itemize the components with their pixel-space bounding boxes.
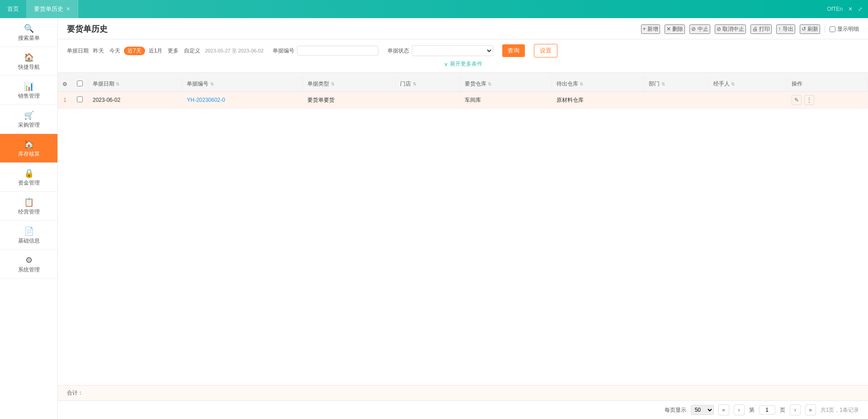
date-btn-yesterday[interactable]: 昨天 <box>91 47 106 55</box>
expand-more-btn[interactable]: ∨ 展开更多条件 <box>67 60 859 68</box>
action-more-icon[interactable]: ⋮ <box>804 95 814 105</box>
th-department-label: 部门 <box>649 81 660 87</box>
finance-icon: 🔒 <box>24 169 34 177</box>
sidebar-item-base[interactable]: 📄 基础信息 <box>0 221 57 250</box>
tab-home-label: 首页 <box>7 5 19 13</box>
total-info: 共1页，1条记录 <box>821 406 859 414</box>
th-action: 操作 <box>787 76 868 92</box>
sidebar-item-quicknav[interactable]: 🏠 快捷导航 <box>0 47 57 76</box>
row-checkbox-cell <box>72 92 88 109</box>
doc-no-link[interactable]: YH-20230602-0 <box>187 97 225 103</box>
page-first-btn[interactable]: « <box>718 405 729 415</box>
tab-close-icon[interactable]: ✕ <box>66 6 71 12</box>
sidebar-item-system[interactable]: ⚙ 系统管理 <box>0 250 57 279</box>
cart-icon: 🛒 <box>24 111 34 119</box>
date-btn-custom[interactable]: 自定义 <box>182 47 202 55</box>
th-handler-label: 经手人 <box>713 81 730 87</box>
inventory-icon: 🏠 <box>24 140 34 148</box>
sidebar-item-purchase[interactable]: 🛒 采购管理 <box>0 105 57 134</box>
table-row: 1 2023-06-02 YH-20230602-0 要货单要货 车间库 原材料… <box>58 92 868 109</box>
table-area: ⚙ 单据日期 ⇅ 单据编号 ⇅ 单据类型 ⇅ 门店 ⇅ 要货仓库 ⇅ 待出仓库 … <box>58 76 868 385</box>
page-title: 要货单历史 <box>67 24 108 34</box>
sidebar-item-search[interactable]: 🔍 搜索菜单 <box>0 18 57 47</box>
sidebar: 🔍 搜索菜单 🏠 快捷导航 📊 销售管理 🛒 采购管理 🏠 库存核算 🔒 资金管… <box>0 18 58 419</box>
per-page-select[interactable]: 50 20 100 <box>691 405 714 415</box>
row-store <box>396 92 460 109</box>
page-prev-btn[interactable]: ‹ <box>734 405 745 415</box>
th-settings[interactable]: ⚙ <box>58 76 72 92</box>
sort-icon-handler: ⇅ <box>731 81 735 86</box>
th-checkbox[interactable] <box>72 76 88 92</box>
th-doc-no[interactable]: 单据编号 ⇅ <box>182 76 303 92</box>
sort-icon-doc-no: ⇅ <box>210 81 214 86</box>
date-btn-more[interactable]: 更多 <box>166 47 180 55</box>
table-head: ⚙ 单据日期 ⇅ 单据编号 ⇅ 单据类型 ⇅ 门店 ⇅ 要货仓库 ⇅ 待出仓库 … <box>58 76 868 92</box>
row-checkbox[interactable] <box>77 96 83 102</box>
new-button[interactable]: + 新增 <box>641 24 660 34</box>
th-handler[interactable]: 经手人 ⇅ <box>708 76 787 92</box>
system-icon: ⚙ <box>25 256 33 264</box>
row-pending-warehouse: 原材料仓库 <box>552 92 644 109</box>
th-doc-date-label: 单据日期 <box>93 81 114 87</box>
sidebar-item-finance-label: 资金管理 <box>18 179 40 187</box>
operation-icon: 📋 <box>24 198 34 206</box>
page-header: 要货单历史 + 新增 ✕ 删除 ⊘ 中止 ⊘ 取消中止 🖨 打印 ↑ 导出 ↺ … <box>58 18 868 39</box>
refresh-button[interactable]: ↺ 刷新 <box>800 24 820 34</box>
doc-no-input[interactable] <box>297 46 378 56</box>
th-doc-type-label: 单据类型 <box>307 81 329 87</box>
sidebar-item-operation[interactable]: 📋 经营管理 <box>0 192 57 221</box>
content-area: 要货单历史 + 新增 ✕ 删除 ⊘ 中止 ⊘ 取消中止 🖨 打印 ↑ 导出 ↺ … <box>58 18 868 419</box>
tab-yaohuo[interactable]: 要货单历史 ✕ <box>27 0 78 18</box>
sidebar-item-sales-label: 销售管理 <box>18 92 40 100</box>
sidebar-item-finance[interactable]: 🔒 资金管理 <box>0 163 57 192</box>
export-button[interactable]: ↑ 导出 <box>776 24 795 34</box>
show-detail-checkbox[interactable] <box>830 26 835 32</box>
query-button[interactable]: 查询 <box>502 44 525 57</box>
row-doc-no[interactable]: YH-20230602-0 <box>182 92 303 109</box>
doc-status-select[interactable] <box>412 45 493 56</box>
tab-home[interactable]: 首页 <box>0 0 27 18</box>
row-req-warehouse: 车间库 <box>460 92 552 109</box>
sidebar-item-inventory[interactable]: 🏠 库存核算 <box>0 134 57 163</box>
th-store[interactable]: 门店 ⇅ <box>396 76 460 92</box>
top-bar: 首页 要货单历史 ✕ OfTEn ✕ ⤢ <box>0 0 868 18</box>
date-btn-today[interactable]: 今天 <box>108 47 122 55</box>
sidebar-item-base-label: 基础信息 <box>18 237 40 245</box>
row-actions: ✎ ⋮ <box>787 92 868 109</box>
cancel-stop-button[interactable]: ⊘ 取消中止 <box>715 24 746 34</box>
window-resize-icon[interactable]: ⤢ <box>858 6 863 12</box>
th-store-label: 门店 <box>400 81 411 87</box>
home-icon: 🏠 <box>24 53 34 62</box>
th-department[interactable]: 部门 ⇅ <box>644 76 708 92</box>
sidebar-item-search-label: 搜索菜单 <box>18 34 40 42</box>
sidebar-item-sales[interactable]: 📊 销售管理 <box>0 76 57 105</box>
settings-button[interactable]: 设置 <box>534 44 557 57</box>
th-doc-type[interactable]: 单据类型 ⇅ <box>303 76 396 92</box>
stop-button[interactable]: ⊘ 中止 <box>689 24 710 34</box>
page-next-btn[interactable]: › <box>790 405 801 415</box>
date-btn-7days[interactable]: 近7天 <box>124 47 145 55</box>
sidebar-item-quicknav-label: 快捷导航 <box>18 63 40 71</box>
window-close-icon[interactable]: ✕ <box>848 6 853 12</box>
action-edit-icon[interactable]: ✎ <box>792 95 802 105</box>
doc-no-filter-group: 单据编号 <box>273 46 378 56</box>
check-all-checkbox[interactable] <box>77 81 83 86</box>
th-doc-date[interactable]: 单据日期 ⇅ <box>88 76 182 92</box>
date-btn-1month[interactable]: 近1月 <box>147 47 165 55</box>
sort-icon-store: ⇅ <box>413 81 416 86</box>
base-icon: 📄 <box>24 227 34 235</box>
filter-row-1: 单据日期 昨天 今天 近7天 近1月 更多 自定义 2023-05-27 至 2… <box>67 44 859 57</box>
th-req-warehouse[interactable]: 要货仓库 ⇅ <box>460 76 552 92</box>
table-body: 1 2023-06-02 YH-20230602-0 要货单要货 车间库 原材料… <box>58 92 868 109</box>
filter-area: 单据日期 昨天 今天 近7天 近1月 更多 自定义 2023-05-27 至 2… <box>58 39 868 73</box>
print-button[interactable]: 🖨 打印 <box>750 24 772 34</box>
sort-icon-department: ⇅ <box>661 81 665 86</box>
delete-button[interactable]: ✕ 删除 <box>665 24 685 34</box>
th-pending-warehouse-label: 待出仓库 <box>557 81 578 87</box>
table-header-row: ⚙ 单据日期 ⇅ 单据编号 ⇅ 单据类型 ⇅ 门店 ⇅ 要货仓库 ⇅ 待出仓库 … <box>58 76 868 92</box>
show-detail-checkbox-group: 显示明细 <box>830 25 859 33</box>
page-last-btn[interactable]: » <box>805 405 816 415</box>
page-input[interactable] <box>759 405 775 414</box>
th-pending-warehouse[interactable]: 待出仓库 ⇅ <box>552 76 644 92</box>
show-detail-label: 显示明细 <box>837 25 859 33</box>
